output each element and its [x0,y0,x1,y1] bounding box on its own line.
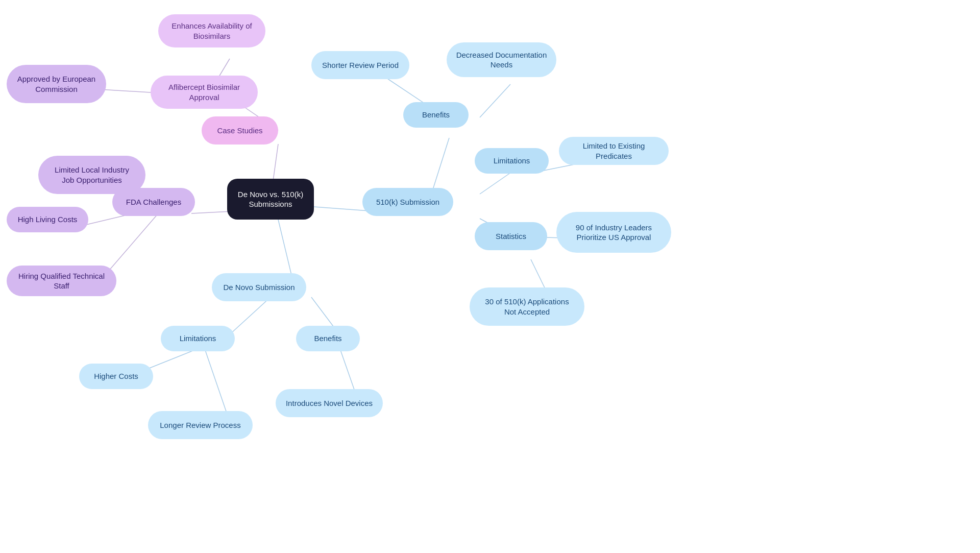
svg-line-11 [204,347,229,419]
center-label: De Novo vs. 510(k) Submissions [227,184,314,214]
submission-510k-node[interactable]: 510(k) Submission [362,188,453,216]
limitations-dn-label: Limitations [170,328,226,349]
aflibercept-label: Aflibercept Biosimilar Approval [151,77,258,107]
benefits-510-label: Benefits [413,105,459,125]
hiring-node[interactable]: Hiring Qualified Technical Staff [7,266,116,296]
limitations-510-label: Limitations [484,151,540,171]
limited-job-node[interactable]: Limited Local Industry Job Opportunities [38,156,145,194]
longer-review-label: Longer Review Process [151,415,250,436]
novel-devices-node[interactable]: Introduces Novel Devices [276,389,383,417]
approved-label: Approved by European Commission [7,69,106,99]
high-costs-node[interactable]: High Living Costs [7,207,88,232]
center-node[interactable]: De Novo vs. 510(k) Submissions [227,179,314,220]
statistics-node[interactable]: Statistics [475,222,547,250]
fda-challenges-label: FDA Challenges [117,192,190,212]
applications-30-label: 30 of 510(k) Applications Not Accepted [470,292,584,322]
enhances-label: Enhances Availability of Biosimilars [158,16,265,46]
limited-predicates-node[interactable]: Limited to Existing Predicates [559,137,669,165]
approved-node[interactable]: Approved by European Commission [7,65,106,103]
higher-costs-label: Higher Costs [85,366,148,387]
limitations-dn-node[interactable]: Limitations [161,326,235,351]
longer-review-node[interactable]: Longer Review Process [148,411,253,439]
benefits-dn-label: Benefits [305,328,351,349]
statistics-label: Statistics [486,226,535,247]
aflibercept-node[interactable]: Aflibercept Biosimilar Approval [151,76,258,109]
industry-90-node[interactable]: 90 of Industry Leaders Prioritize US App… [556,212,671,253]
limited-job-label: Limited Local Industry Job Opportunities [38,160,145,190]
shorter-review-node[interactable]: Shorter Review Period [311,51,409,79]
applications-30-node[interactable]: 30 of 510(k) Applications Not Accepted [470,287,584,326]
denovo-submission-node[interactable]: De Novo Submission [212,273,306,301]
svg-line-9 [230,297,271,334]
benefits-dn-node[interactable]: Benefits [296,326,360,351]
decreased-docs-label: Decreased Documentation Needs [447,45,556,75]
limitations-510-node[interactable]: Limitations [475,148,549,174]
case-studies-node[interactable]: Case Studies [202,116,278,145]
svg-line-17 [480,84,510,117]
hiring-label: Hiring Qualified Technical Staff [7,266,116,296]
limited-predicates-label: Limited to Existing Predicates [559,136,669,166]
case-studies-label: Case Studies [208,121,272,141]
higher-costs-node[interactable]: Higher Costs [79,364,153,389]
submission-510k-label: 510(k) Submission [367,192,449,212]
shorter-review-label: Shorter Review Period [313,55,408,76]
benefits-510-node[interactable]: Benefits [403,102,469,128]
industry-90-label: 90 of Industry Leaders Prioritize US App… [556,218,671,248]
svg-line-18 [480,171,513,194]
decreased-docs-node[interactable]: Decreased Documentation Needs [447,42,556,77]
enhances-node[interactable]: Enhances Availability of Biosimilars [158,14,265,47]
high-costs-label: High Living Costs [9,209,87,230]
denovo-submission-label: De Novo Submission [214,277,304,298]
novel-devices-label: Introduces Novel Devices [277,393,382,414]
